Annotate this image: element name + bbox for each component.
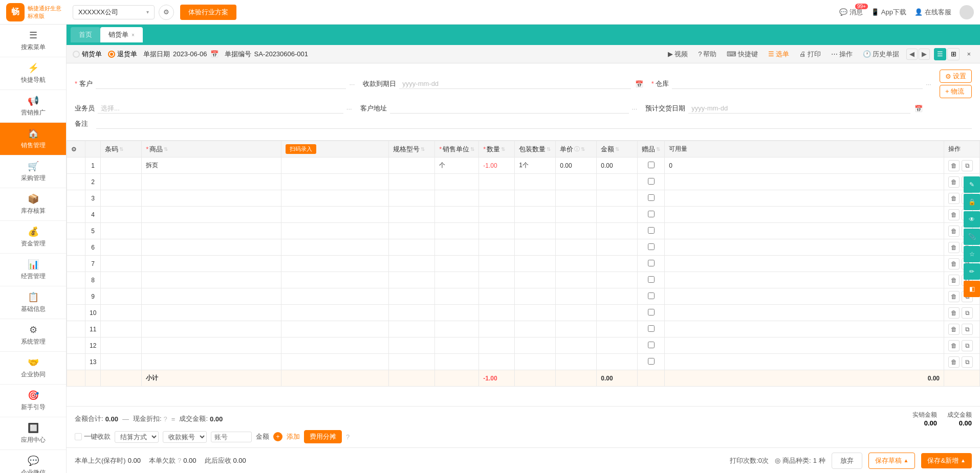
cell-gift-4[interactable] (638, 223, 665, 239)
cell-unit-5[interactable] (435, 239, 479, 256)
sidebar-item-enterprise[interactable]: 🤝 企业协同 (0, 352, 66, 385)
gift-checkbox-5[interactable] (648, 243, 655, 250)
cell-packqty-8[interactable] (515, 288, 556, 305)
cell-spec-7[interactable] (389, 272, 435, 288)
scan-button[interactable]: 扫码录入 (286, 144, 316, 154)
cell-barcode-6[interactable] (101, 256, 142, 272)
float-pen-button[interactable]: ✏ (964, 263, 980, 280)
cell-price-6[interactable] (556, 256, 597, 272)
cell-qty-7[interactable] (479, 272, 515, 288)
customer-dots[interactable]: ··· (349, 80, 355, 88)
cell-barcode-0[interactable] (101, 157, 142, 174)
payment-amount-input[interactable] (211, 432, 252, 442)
grid-view-button[interactable]: ⊞ (947, 48, 960, 60)
cell-qty-1[interactable] (479, 174, 515, 190)
cell-spec-11[interactable] (389, 337, 435, 354)
gift-checkbox-12[interactable] (648, 358, 655, 365)
gift-sort-icon[interactable]: ⇅ (656, 146, 660, 152)
sidebar-item-operations[interactable]: 📊 经营管理 (0, 254, 66, 286)
cell-qty-0[interactable]: -1.00 (479, 157, 515, 174)
cell-product-7[interactable] (142, 272, 281, 288)
select-button[interactable]: ☰ 选单 (765, 49, 792, 60)
cell-price-4[interactable] (556, 223, 597, 239)
cell-price-7[interactable] (556, 272, 597, 288)
trial-button[interactable]: 体验行业方案 (180, 5, 236, 20)
cell-gift-2[interactable] (638, 190, 665, 207)
payment-calendar-icon[interactable]: 📅 (635, 80, 643, 88)
cell-barcode-2[interactable] (101, 190, 142, 207)
gift-checkbox-1[interactable] (648, 178, 655, 185)
cell-packqty-11[interactable] (515, 337, 556, 354)
tab-sales-order[interactable]: 销货单 × (100, 27, 143, 42)
cell-gift-8[interactable] (638, 288, 665, 305)
cell-price-3[interactable] (556, 207, 597, 223)
cell-barcode-1[interactable] (101, 174, 142, 190)
copy-row-button-11[interactable]: ⧉ (962, 340, 973, 351)
sidebar-item-search[interactable]: ☰ 搜索菜单 (0, 25, 66, 57)
delete-row-button-12[interactable]: 🗑 (948, 356, 960, 368)
sidebar-item-appcenter[interactable]: 🔲 应用中心 (0, 417, 66, 450)
cell-gift-9[interactable] (638, 305, 665, 321)
cell-product-9[interactable] (142, 305, 281, 321)
cell-barcode-5[interactable] (101, 239, 142, 256)
cell-gift-12[interactable] (638, 354, 665, 370)
delete-row-button-7[interactable]: 🗑 (948, 275, 960, 286)
cell-amount-3[interactable] (597, 207, 638, 223)
cell-barcode-4[interactable] (101, 223, 142, 239)
cell-price-5[interactable] (556, 239, 597, 256)
cell-unit-0[interactable]: 个 (435, 157, 479, 174)
gear-button[interactable]: ⚙ (159, 5, 174, 20)
barcode-sort-icon[interactable]: ⇅ (119, 146, 123, 152)
sidebar-item-sales[interactable]: 🏠 销售管理 (0, 123, 66, 155)
expense-button[interactable]: 费用分摊 (304, 430, 342, 443)
sidebar-item-system[interactable]: ⚙ 系统管理 (0, 319, 66, 352)
nav-next-button[interactable]: ▶ (919, 49, 930, 60)
cell-unit-2[interactable] (435, 190, 479, 207)
cell-barcode-9[interactable] (101, 305, 142, 321)
save-new-button[interactable]: 保存&新增 ▲ (921, 453, 972, 468)
cell-barcode-7[interactable] (101, 272, 142, 288)
gift-checkbox-11[interactable] (648, 342, 655, 348)
sidebar-item-basic[interactable]: 📋 基础信息 (0, 286, 66, 319)
sidebar-item-guide[interactable]: 🎯 新手引导 (0, 385, 66, 417)
cell-product-4[interactable] (142, 223, 281, 239)
draft-button[interactable]: 保存草稿 ▲ (868, 453, 916, 469)
cell-amount-0[interactable]: 0.00 (597, 157, 638, 174)
copy-row-button-10[interactable]: ⧉ (962, 324, 973, 335)
float-edit-button[interactable]: ✎ (964, 176, 980, 193)
payment-date-input[interactable] (399, 79, 630, 89)
shortcut-button[interactable]: ⌨ 快捷键 (724, 49, 761, 60)
gift-checkbox-4[interactable] (648, 227, 655, 234)
list-view-button[interactable]: ☰ (934, 48, 946, 60)
cell-product-12[interactable] (142, 354, 281, 370)
cell-qty-10[interactable] (479, 321, 515, 337)
cell-spec-5[interactable] (389, 239, 435, 256)
cell-price-8[interactable] (556, 288, 597, 305)
amount-sort-icon[interactable]: ⇅ (615, 146, 619, 152)
cell-barcode-10[interactable] (101, 321, 142, 337)
sidebar-item-marketing[interactable]: 📢 营销推广 (0, 90, 66, 123)
tab-close-icon[interactable]: × (132, 32, 135, 38)
add-payment-button[interactable]: + (273, 432, 282, 441)
float-orange-button[interactable]: ◧ (964, 281, 980, 297)
cell-barcode-8[interactable] (101, 288, 142, 305)
nav-prev-button[interactable]: ◀ (906, 49, 918, 60)
float-star-button[interactable]: ☆ (964, 246, 980, 262)
sidebar-item-wechat[interactable]: 💬 企业微信 (0, 450, 66, 473)
cell-barcode-11[interactable] (101, 337, 142, 354)
cell-unit-6[interactable] (435, 256, 479, 272)
customer-address-input[interactable] (390, 103, 629, 114)
notes-input[interactable] (96, 119, 972, 129)
video-button[interactable]: ▶ 视频 (665, 49, 691, 60)
company-selector[interactable]: XXXXXX公司 ▾ (73, 5, 155, 19)
address-dots[interactable]: ··· (632, 105, 638, 112)
cell-qty-2[interactable] (479, 190, 515, 207)
cell-price-9[interactable] (556, 305, 597, 321)
cell-product-2[interactable] (142, 190, 281, 207)
delete-row-button-2[interactable]: 🗑 (948, 193, 960, 204)
cell-packqty-9[interactable] (515, 305, 556, 321)
operate-button[interactable]: ⋯ 操作 (828, 49, 856, 60)
cell-product-5[interactable] (142, 239, 281, 256)
cell-amount-12[interactable] (597, 354, 638, 370)
expected-date-input[interactable] (688, 103, 910, 114)
